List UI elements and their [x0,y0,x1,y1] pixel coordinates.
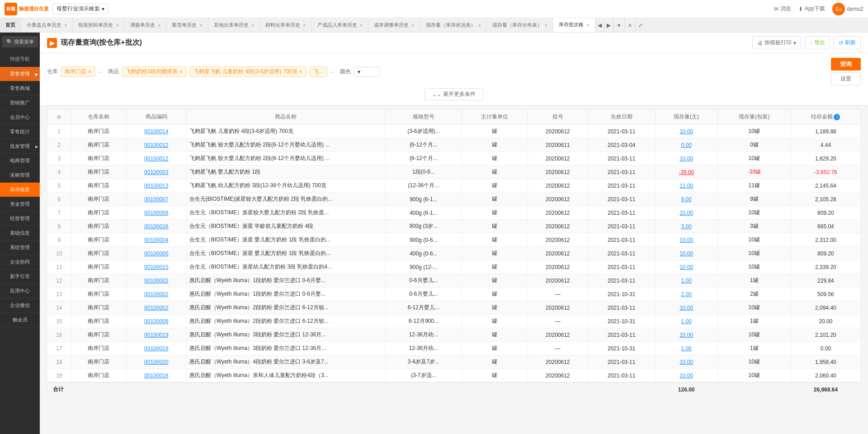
sidebar-item-marketing[interactable]: 营销推广 [0,96,40,110]
sidebar-item-ecommerce[interactable]: 电商管理 [0,154,40,168]
tab-7[interactable]: 产成品入库单历史 × [312,18,368,33]
cell-code[interactable]: 00100012 [126,152,186,165]
tab-8-close[interactable]: × [411,23,414,28]
sidebar-item-member[interactable]: 会员中心 [0,110,40,125]
cell-code[interactable]: 00100009 [126,315,186,328]
cell-qty-main[interactable]: 11.00 [655,179,717,193]
cell-qty-main[interactable]: 1.00 [655,274,717,288]
tab-7-close[interactable]: × [360,23,363,28]
cell-code[interactable]: 00100019 [126,342,186,355]
cell-code[interactable]: 00100002 [126,301,186,315]
tab-6-close[interactable]: × [303,23,306,28]
cell-code[interactable]: 00100020 [126,355,186,369]
template-print-button[interactable]: 🖨 按模板打印 ▾ [752,36,801,49]
cell-qty-main[interactable]: 2.00 [655,288,717,301]
cell-qty-main[interactable]: 10.00 [655,301,717,315]
sidebar-item-basic[interactable]: 基础信息 [0,226,40,241]
org-selector[interactable]: 母婴行业演示账套 ▾ [52,4,108,14]
cell-code[interactable]: 00100005 [126,247,186,260]
product-tag-2[interactable]: 飞鹤星飞帆 儿童奶粉 4段(3-6岁适用) 700克 × [189,66,307,77]
product-tag-2-close[interactable]: × [299,69,302,75]
sidebar-item-mall[interactable]: 零售商城 [0,81,40,96]
export-button[interactable]: ↑ 导出 [805,36,830,49]
cell-qty-main[interactable]: 10.00 [655,125,717,138]
refresh-button[interactable]: ↺ 刷新 [834,36,861,49]
cell-code[interactable]: 00100012 [126,138,186,152]
sidebar-item-apps[interactable]: 应用中心 [0,284,40,298]
tab-5-close[interactable]: × [251,23,254,28]
cell-qty-main[interactable]: 0.00 [655,138,717,152]
cell-code[interactable]: 00100003 [126,165,186,179]
cell-code[interactable]: 00100018 [126,369,186,383]
cell-code[interactable]: 00100002 [126,288,186,301]
tab-nav-right[interactable]: ▶ [604,18,613,33]
sidebar-item-wechat[interactable]: 企业微信 [0,298,40,313]
amount-info-icon[interactable]: i [834,114,840,120]
tab-10-close[interactable]: × [545,23,547,28]
expand-button[interactable]: ⌄⌄ 展开更多条件 [425,88,483,100]
cell-code[interactable]: 00100007 [126,193,186,206]
cell-qty-main[interactable]: 10.00 [655,328,717,342]
cell-qty-main[interactable]: 10.00 [655,247,717,260]
cell-code[interactable]: 00100013 [126,179,186,193]
tab-8[interactable]: 成本调整单历史 × [368,18,420,33]
tab-5[interactable]: 其他出库单历史 × [208,18,260,33]
cell-code[interactable]: 00100008 [126,206,186,220]
cell-code[interactable]: 00100015 [126,260,186,274]
tab-expand[interactable]: ▾ [613,18,624,33]
cell-qty-main[interactable]: 10.00 [655,369,717,383]
tab-10[interactable]: 现存量（库存分布表） × [487,18,553,33]
cell-code[interactable]: 00100004 [126,233,186,247]
tab-4-close[interactable]: × [199,23,202,28]
sidebar-item-inventory[interactable]: 库存核算 [0,183,40,197]
quick-nav-button[interactable]: 快捷导航 [2,54,38,64]
tab-6[interactable]: 材料出库单历史 × [260,18,311,33]
search-menu-button[interactable]: 🔍 搜索菜单 [2,36,38,47]
tab-3[interactable]: 调拨单历史 × [125,18,166,33]
tab-nav-left[interactable]: ◀ [595,18,604,33]
cell-code[interactable]: 00100014 [126,125,186,138]
user-profile[interactable]: Ea demo2 [832,3,863,15]
cell-qty-main[interactable]: 9.00 [655,193,717,206]
cell-qty-main[interactable]: 10.00 [655,233,717,247]
tab-9-close[interactable]: × [478,23,481,28]
sidebar-item-member2[interactable]: 畅会员 [0,313,40,327]
warehouse-tag-close[interactable]: × [88,69,91,75]
tab-11[interactable]: 库存批次账 × [553,18,595,33]
tab-11-close[interactable]: × [586,22,589,28]
tab-2-close[interactable]: × [116,23,118,28]
cell-code[interactable]: 00100019 [126,328,186,342]
warehouse-tag[interactable]: 南岸门店 × [61,66,95,77]
sidebar-item-retail[interactable]: 零售管理 ▶ [0,67,40,81]
sidebar-item-cooperation[interactable]: 企业协同 [0,255,40,269]
cell-qty-main[interactable]: 3.00 [655,220,717,233]
cell-code[interactable]: 00100016 [126,220,186,233]
cell-qty-main[interactable]: 1.00 [655,342,717,355]
cell-qty-main[interactable]: 10.00 [655,152,717,165]
tab-1-close[interactable]: × [64,23,67,28]
tab-3-close[interactable]: × [158,23,160,28]
tab-9[interactable]: 现存量（库存状况表） × [420,18,487,33]
tab-fullscreen[interactable]: ⤢ [635,18,646,33]
cell-qty-main[interactable]: -39.00 [655,165,717,179]
color-dropdown[interactable]: ▾ [354,67,381,77]
sidebar-item-wholesale[interactable]: 批发管理 ▶ [0,139,40,154]
query-button[interactable]: 查询 [831,58,861,71]
tab-2[interactable]: 组装拆卸单历史 × [73,18,124,33]
product-more[interactable]: ··· [330,69,335,75]
sidebar-item-retail-stats[interactable]: 零售统计 [0,125,40,139]
app-download-button[interactable]: ⬇ App下载 [798,5,825,13]
sidebar-item-system[interactable]: 系统管理 [0,241,40,255]
messages-button[interactable]: ✉ 消息 [774,5,791,13]
product-tag-1[interactable]: 飞鹤奶粉3段同赠搭装 × [122,66,187,77]
cell-qty-main[interactable]: 10.00 [655,260,717,274]
sidebar-item-finance[interactable]: 资金管理 [0,197,40,212]
product-tag-3[interactable]: 飞... [309,66,327,77]
tab-4[interactable]: 要货单历史 × [166,18,208,33]
cell-code[interactable]: 00100002 [126,274,186,288]
tab-close-all[interactable]: × [624,18,635,33]
product-tag-1-close[interactable]: × [179,69,183,75]
toggle-filter-button[interactable]: ▶ [47,38,57,48]
sidebar-item-guide[interactable]: 新手引导 [0,269,40,284]
tab-home[interactable]: 首页 [0,18,21,33]
